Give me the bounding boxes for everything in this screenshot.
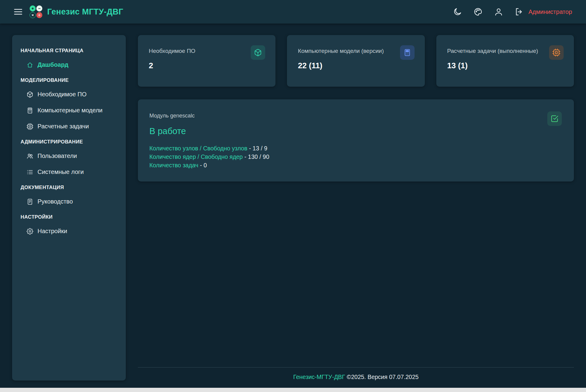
stat-card-computer-models: Компьютерные модели (версии) 22 (11)	[287, 35, 425, 87]
logo-multiply-icon: ×	[30, 12, 36, 18]
stat-card-required-software: Необходимое ПО 2	[138, 35, 275, 87]
app-logo: + − × ÷	[30, 5, 42, 18]
sidebar-section-home: НАЧАЛЬНАЯ СТРАНИЦА	[18, 45, 120, 57]
sidebar-item-dashboard[interactable]: Дашбоард	[18, 57, 120, 72]
gear-icon	[27, 228, 33, 235]
footer: Генезис-МГТУ-ДВГ ©2025. Версия 07.07.202…	[138, 367, 574, 381]
footer-brand: Генезис-МГТУ-ДВГ	[293, 374, 345, 380]
hamburger-icon	[13, 7, 23, 17]
module-title: Модуль genescalc	[149, 113, 562, 119]
sidebar-item-label: Дашбоард	[37, 61, 68, 68]
sidebar-item-users[interactable]: Пользователи	[18, 148, 120, 164]
sidebar-item-label: Компьютерные модели	[37, 107, 103, 114]
check-square-icon	[547, 111, 562, 126]
cube-icon	[251, 45, 265, 60]
sidebar-item-settings[interactable]: Настройки	[18, 223, 120, 239]
stat-value: 2	[149, 61, 265, 70]
list-icon	[27, 169, 33, 175]
palette-icon	[474, 7, 483, 16]
profile-button[interactable]	[492, 5, 505, 18]
stat-card-calculation-tasks: Расчетные задачи (выполненные) 13 (1)	[436, 35, 574, 87]
main-content: Необходимое ПО 2 Компьютерные модели (ве…	[138, 35, 574, 381]
logo-divide-icon: ÷	[36, 12, 42, 18]
theme-toggle-button[interactable]	[451, 5, 464, 18]
sidebar-item-label: Настройки	[37, 228, 67, 235]
stat-label: Расчетные задачи (выполненные)	[447, 48, 563, 54]
main-spacer	[138, 182, 574, 367]
user-icon	[494, 7, 503, 16]
stat-value: 22 (11)	[298, 61, 414, 70]
cube-icon	[27, 91, 33, 98]
book-icon	[27, 198, 33, 205]
logo-minus-icon: −	[36, 5, 42, 11]
module-line-nodes: Количество узлов / Свободно узлов - 13 /…	[149, 144, 562, 153]
sidebar-section-settings: НАСТРОЙКИ	[18, 211, 120, 223]
sidebar-item-computer-models[interactable]: Компьютерные модели	[18, 103, 120, 118]
calculator-icon	[27, 107, 33, 114]
sidebar-item-calculation-tasks[interactable]: Расчетные задачи	[18, 119, 120, 134]
logout-icon	[515, 7, 524, 16]
sidebar: НАЧАЛЬНАЯ СТРАНИЦА Дашбоард МОДЕЛИРОВАНИ…	[12, 35, 126, 381]
page-layout: НАЧАЛЬНАЯ СТРАНИЦА Дашбоард МОДЕЛИРОВАНИ…	[0, 24, 586, 388]
module-line-tasks: Количество задач - 0	[149, 161, 562, 169]
module-stats-lines: Количество узлов / Свободно узлов - 13 /…	[149, 144, 562, 169]
home-icon	[27, 62, 33, 68]
page-bottom-edge	[0, 388, 586, 392]
stat-value: 13 (1)	[447, 61, 563, 70]
cpu-icon	[549, 45, 564, 60]
stat-label: Необходимое ПО	[149, 48, 265, 54]
menu-toggle-button[interactable]	[12, 6, 24, 18]
logo-plus-icon: +	[30, 5, 36, 11]
sidebar-section-modeling: МОДЕЛИРОВАНИЕ	[18, 74, 120, 87]
module-status: В работе	[149, 126, 562, 136]
calculator-icon	[400, 45, 415, 60]
sidebar-section-documentation: ДОКУМЕНТАЦИЯ	[18, 182, 120, 194]
module-line-cores: Количество ядер / Свободно ядер - 130 / …	[149, 153, 562, 161]
stats-row: Необходимое ПО 2 Компьютерные модели (ве…	[138, 35, 574, 87]
users-icon	[27, 153, 33, 159]
sidebar-item-label: Системные логи	[37, 169, 84, 175]
sidebar-item-label: Руководство	[37, 198, 73, 205]
palette-button[interactable]	[472, 5, 484, 18]
footer-text: ©2025. Версия 07.07.2025	[347, 374, 419, 380]
user-role-label[interactable]: Администратор	[529, 8, 572, 15]
cpu-icon	[27, 123, 33, 130]
moon-icon	[453, 7, 462, 16]
logout-button[interactable]	[513, 5, 526, 18]
topbar: + − × ÷ Генезис МГТУ-ДВГ Администратор	[0, 0, 586, 24]
module-genescalc-card: Модуль genescalc В работе Количество узл…	[138, 99, 574, 182]
sidebar-section-administration: АДМИНИСТРИРОВАНИЕ	[18, 136, 120, 148]
stat-label: Компьютерные модели (версии)	[298, 48, 414, 54]
sidebar-item-label: Необходимое ПО	[37, 91, 86, 98]
sidebar-item-manual[interactable]: Руководство	[18, 194, 120, 209]
app-title: Генезис МГТУ-ДВГ	[47, 7, 123, 17]
sidebar-item-label: Расчетные задачи	[37, 123, 89, 130]
sidebar-item-label: Пользователи	[37, 153, 77, 159]
sidebar-item-required-software[interactable]: Необходимое ПО	[18, 87, 120, 102]
sidebar-item-system-logs[interactable]: Системные логи	[18, 164, 120, 180]
